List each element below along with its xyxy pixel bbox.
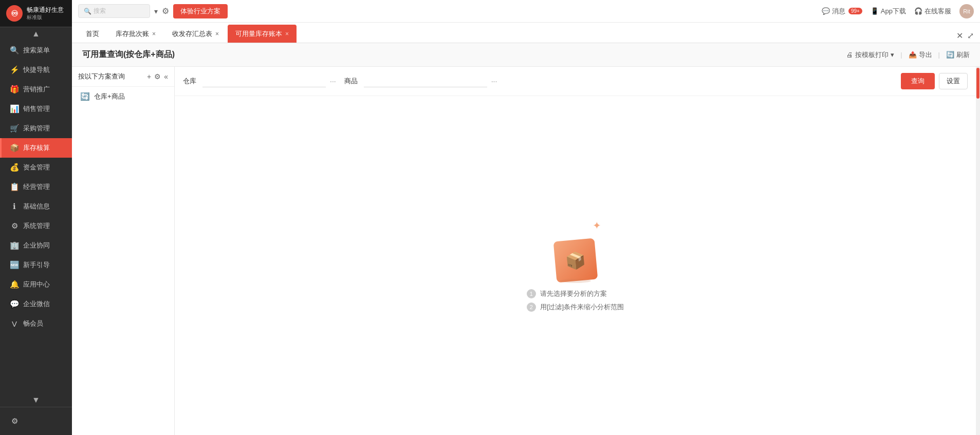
tab-available-ledger[interactable]: 可用量库存账本 × bbox=[228, 25, 297, 43]
sidebar-item-member[interactable]: V 畅会员 bbox=[0, 314, 72, 333]
message-badge: 99+ bbox=[848, 8, 862, 14]
message-icon: 💬 bbox=[822, 7, 830, 15]
message-label: 消息 bbox=[832, 7, 845, 16]
sidebar-logo: ♾ 畅康通好生意 标准版 bbox=[0, 0, 72, 27]
operations-label: 经营管理 bbox=[23, 182, 50, 192]
warehouse-input[interactable] bbox=[202, 75, 326, 87]
tabbar: 首页 库存批次账 × 收发存汇总表 × 可用量库存账本 × ✕ ⤢ bbox=[72, 23, 980, 43]
hint-num-2: 2 bbox=[527, 302, 536, 312]
basic-icon: ℹ bbox=[10, 202, 19, 211]
sidebar-item-search[interactable]: 🔍 搜索菜单 bbox=[0, 41, 72, 60]
empty-state: 📦 ✦ 1 请先选择要分析的方案 2 用[过滤]条件来缩小分析范围 bbox=[175, 96, 976, 435]
quicknav-label: 快捷导航 bbox=[23, 65, 50, 74]
sidebar-item-appcenter[interactable]: 🔔 应用中心 bbox=[0, 275, 72, 294]
export-btn[interactable]: 📤 导出 bbox=[909, 50, 932, 60]
topbar-search[interactable]: 🔍 搜索 bbox=[78, 4, 150, 18]
print-btn[interactable]: 🖨 按模板打印 ▾ bbox=[846, 50, 894, 60]
empty-hints: 1 请先选择要分析的方案 2 用[过滤]条件来缩小分析范围 bbox=[527, 289, 624, 312]
tab-home[interactable]: 首页 bbox=[78, 25, 107, 43]
scheme-item-warehouse-product[interactable]: 🔄 仓库+商品 bbox=[72, 87, 174, 106]
tab-available-ledger-close[interactable]: × bbox=[285, 30, 289, 37]
search-icon: 🔍 bbox=[10, 46, 19, 55]
sidebar-item-basic[interactable]: ℹ 基础信息 bbox=[0, 197, 72, 216]
window-maximize-btn[interactable]: ⤢ bbox=[967, 31, 974, 41]
app-download-btn[interactable]: 📱 App下载 bbox=[871, 7, 906, 16]
sidebar-item-sales[interactable]: 📊 销售管理 bbox=[0, 99, 72, 119]
search-icon: 🔍 bbox=[84, 8, 91, 15]
refresh-btn[interactable]: 🔄 刷新 bbox=[946, 50, 970, 60]
hint-text-1: 请先选择要分析的方案 bbox=[540, 289, 607, 298]
sidebar-item-wechat[interactable]: 💬 企业微信 bbox=[0, 294, 72, 314]
sidebar-item-inventory[interactable]: 📦 库存核算 bbox=[0, 138, 72, 158]
left-panel-header: 按以下方案查询 + ⚙ « bbox=[72, 67, 174, 87]
empty-shadow bbox=[560, 279, 591, 283]
left-panel-actions: + ⚙ « bbox=[147, 72, 168, 81]
sidebar-item-purchase[interactable]: 🛒 采购管理 bbox=[0, 119, 72, 138]
sidebar-item-enterprise[interactable]: 🏢 企业协同 bbox=[0, 236, 72, 255]
logo-icon: ♾ bbox=[6, 5, 23, 22]
sidebar-item-system[interactable]: ⚙ 系统管理 bbox=[0, 216, 72, 236]
hint-text-2: 用[过滤]条件来缩小分析范围 bbox=[540, 302, 624, 312]
tab-batch-ledger[interactable]: 库存批次账 × bbox=[108, 25, 163, 43]
refresh-icon: 🔄 bbox=[946, 51, 954, 59]
filter-bar: 仓库 ··· 商品 ··· 查询 设置 bbox=[175, 67, 976, 96]
headset-icon: 🎧 bbox=[914, 7, 922, 15]
online-service-label: 在线客服 bbox=[924, 7, 951, 16]
finance-icon: 💰 bbox=[10, 163, 19, 172]
warehouse-more-btn[interactable]: ··· bbox=[330, 77, 336, 85]
settings-bottom-icon: ⚙ bbox=[10, 417, 19, 426]
sidebar-item-operations[interactable]: 📋 经营管理 bbox=[0, 177, 72, 197]
tab-batch-ledger-close[interactable]: × bbox=[152, 30, 156, 37]
app-version: 标准版 bbox=[27, 14, 64, 21]
scheme-settings-btn[interactable]: ⚙ bbox=[154, 72, 161, 81]
refresh-label: 刷新 bbox=[956, 50, 970, 60]
product-input[interactable] bbox=[364, 75, 487, 87]
page-actions: 🖨 按模板打印 ▾ | 📤 导出 | 🔄 刷新 bbox=[846, 50, 970, 60]
online-service-btn[interactable]: 🎧 在线客服 bbox=[914, 7, 951, 16]
sep2: | bbox=[938, 51, 940, 59]
sidebar-item-quicknav[interactable]: ⚡ 快捷导航 bbox=[0, 60, 72, 80]
setting-button[interactable]: 设置 bbox=[939, 73, 968, 89]
inventory-label: 库存核算 bbox=[23, 143, 50, 153]
right-area: 仓库 ··· 商品 ··· 查询 设置 📦 bbox=[175, 67, 976, 435]
empty-box-icon: 📦 bbox=[553, 238, 598, 283]
tab-receipt-summary-close[interactable]: × bbox=[215, 30, 219, 37]
page-header: 可用量查询(按仓库+商品) 🖨 按模板打印 ▾ | 📤 导出 | 🔄 刷新 bbox=[72, 43, 980, 67]
main-area: 🔍 搜索 ▾ ⚙ 体验行业方案 💬 消息 99+ 📱 App下载 🎧 在线客服 … bbox=[72, 0, 980, 435]
scheme-item-label: 仓库+商品 bbox=[94, 92, 125, 101]
search-label: 搜索菜单 bbox=[23, 46, 50, 55]
appcenter-icon: 🔔 bbox=[10, 280, 19, 289]
topbar-dropdown-icon[interactable]: ▾ bbox=[154, 7, 158, 15]
newbie-label: 新手引导 bbox=[23, 260, 50, 270]
member-icon: V bbox=[10, 319, 19, 328]
add-scheme-btn[interactable]: + bbox=[147, 72, 151, 81]
window-close-btn[interactable]: ✕ bbox=[956, 31, 963, 41]
product-more-btn[interactable]: ··· bbox=[491, 77, 497, 85]
sidebar-item-settings-bottom[interactable]: ⚙ bbox=[0, 411, 72, 431]
appcenter-label: 应用中心 bbox=[23, 280, 50, 289]
right-scrollbar[interactable] bbox=[976, 67, 980, 435]
sidebar-item-marketing[interactable]: 🎁 营销推广 bbox=[0, 80, 72, 99]
tab-receipt-summary[interactable]: 收发存汇总表 × bbox=[164, 25, 227, 43]
quicknav-icon: ⚡ bbox=[10, 65, 19, 74]
sidebar-scroll-down[interactable]: ▼ bbox=[0, 393, 72, 407]
scheme-settings-icon: ⚙ bbox=[154, 72, 161, 81]
message-btn[interactable]: 💬 消息 99+ bbox=[822, 7, 862, 16]
query-button[interactable]: 查询 bbox=[901, 73, 935, 89]
scrollbar-thumb bbox=[976, 68, 979, 99]
user-avatar[interactable]: Rit bbox=[959, 4, 974, 18]
scheme-query-label: 按以下方案查询 bbox=[78, 72, 125, 81]
industry-solution-button[interactable]: 体验行业方案 bbox=[173, 4, 228, 18]
topbar-gear-icon[interactable]: ⚙ bbox=[162, 6, 169, 16]
sidebar-item-finance[interactable]: 💰 资金管理 bbox=[0, 158, 72, 177]
sidebar-scroll-up[interactable]: ▲ bbox=[0, 27, 72, 41]
enterprise-icon: 🏢 bbox=[10, 241, 19, 250]
sidebar-item-newbie[interactable]: 🆕 新手引导 bbox=[0, 255, 72, 275]
collapse-panel-btn[interactable]: « bbox=[164, 72, 168, 81]
mobile-icon: 📱 bbox=[871, 7, 879, 15]
user-name: Rit bbox=[963, 8, 970, 14]
tab-receipt-summary-label: 收发存汇总表 bbox=[172, 29, 212, 39]
app-name: 畅康通好生意 bbox=[27, 6, 64, 14]
sep1: | bbox=[900, 51, 902, 59]
wechat-label: 企业微信 bbox=[23, 299, 50, 309]
